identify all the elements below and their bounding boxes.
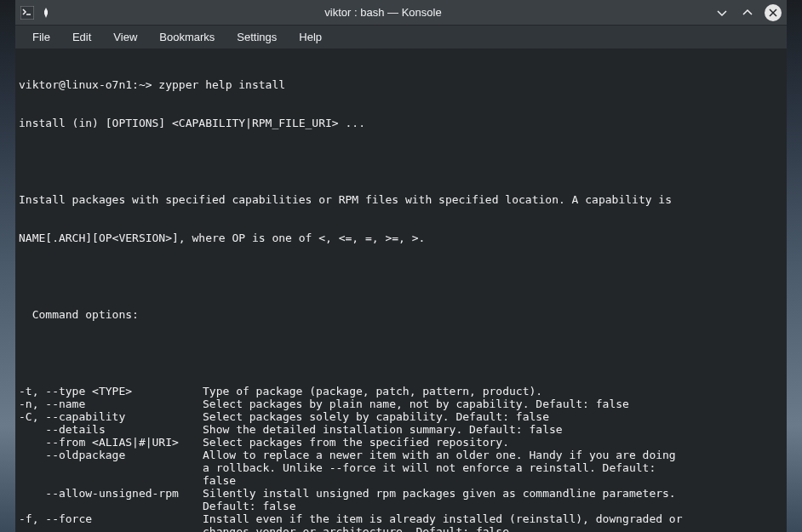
option-flag: --oldpackage	[19, 449, 203, 461]
description-line-1: Install packages with specified capabili…	[19, 193, 783, 206]
option-description: Select packages from the specified repos…	[203, 436, 783, 449]
menubar: File Edit View Bookmarks Settings Help	[15, 26, 787, 49]
terminal-area[interactable]: viktor@linux-o7n1:~> zypper help install…	[15, 49, 787, 532]
usage-line: install (in) [OPTIONS] <CAPABILITY|RPM_F…	[19, 117, 783, 129]
minimize-button[interactable]	[713, 4, 730, 21]
option-description: Install even if the item is already inst…	[203, 512, 783, 525]
option-row: -f, --forceInstall even if the item is a…	[19, 512, 783, 525]
svg-rect-0	[20, 6, 34, 20]
option-flag: --from <ALIAS|#|URI>	[19, 436, 203, 449]
blank-line	[19, 270, 783, 283]
option-description-cont: a rollback. Unlike --force it will not e…	[19, 461, 783, 474]
option-description: Silently install unsigned rpm packages g…	[203, 487, 783, 500]
options-list: -t, --type <TYPE>Type of package (packag…	[19, 385, 783, 532]
option-description-cont: Default: false	[19, 500, 783, 512]
prompt-line: viktor@linux-o7n1:~> zypper help install	[19, 78, 783, 91]
menu-settings[interactable]: Settings	[226, 27, 287, 47]
menu-view[interactable]: View	[103, 27, 147, 47]
option-description-cont: changes vendor or architecture. Default:…	[19, 525, 783, 532]
menu-bookmarks[interactable]: Bookmarks	[149, 27, 225, 47]
option-row: --from <ALIAS|#|URI>Select packages from…	[19, 436, 783, 449]
option-row: --oldpackageAllow to replace a newer ite…	[19, 449, 783, 461]
blank-line	[19, 155, 783, 168]
titlebar[interactable]: viktor : bash — Konsole	[15, 0, 787, 26]
option-description: Type of package (package, patch, pattern…	[203, 385, 783, 398]
option-flag: -t, --type <TYPE>	[19, 385, 203, 398]
terminal-icon	[20, 6, 34, 20]
option-row: -t, --type <TYPE>Type of package (packag…	[19, 385, 783, 398]
option-flag: -n, --name	[19, 398, 203, 410]
maximize-button[interactable]	[739, 4, 756, 21]
option-description: Select packages by plain name, not by ca…	[203, 398, 783, 410]
section-header: Command options:	[19, 308, 783, 321]
option-row: --detailsShow the detailed installation …	[19, 423, 783, 436]
konsole-window: viktor : bash — Konsole File Edit View B…	[15, 0, 787, 532]
option-flag: --details	[19, 423, 203, 436]
command-text: zypper help install	[152, 78, 286, 91]
description-line-2: NAME[.ARCH][OP<VERSION>], where OP is on…	[19, 232, 783, 244]
option-row: -n, --nameSelect packages by plain name,…	[19, 398, 783, 410]
menu-help[interactable]: Help	[289, 27, 332, 47]
prompt: viktor@linux-o7n1:~>	[19, 78, 152, 91]
close-button[interactable]	[765, 4, 782, 21]
menu-edit[interactable]: Edit	[62, 27, 101, 47]
option-description-cont: false	[19, 474, 783, 487]
option-row: --allow-unsigned-rpmSilently install uns…	[19, 487, 783, 500]
option-description: Select packages solely by capability. De…	[203, 410, 783, 423]
option-description: Allow to replace a newer item with an ol…	[203, 449, 783, 461]
window-title: viktor : bash — Konsole	[53, 6, 713, 19]
option-row: -C, --capabilitySelect packages solely b…	[19, 410, 783, 423]
option-flag: --allow-unsigned-rpm	[19, 487, 203, 500]
option-flag: -C, --capability	[19, 410, 203, 423]
option-description: Show the detailed installation summary. …	[203, 423, 783, 436]
titlebar-controls	[713, 4, 782, 21]
blank-line	[19, 346, 783, 359]
titlebar-left	[20, 6, 53, 20]
menu-file[interactable]: File	[22, 27, 60, 47]
option-flag: -f, --force	[19, 512, 203, 525]
pin-icon[interactable]	[39, 6, 53, 20]
